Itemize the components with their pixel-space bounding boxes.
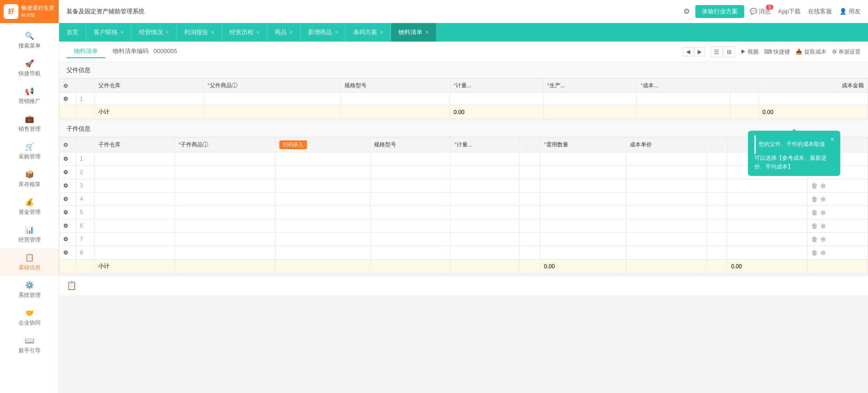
shortcut-link[interactable]: ⌨ 快捷键 (764, 48, 790, 56)
child-row-scan[interactable] (275, 179, 370, 193)
child-col-scan[interactable]: 扫码录入 (275, 138, 370, 152)
delete-icon[interactable]: 🗑 (811, 195, 818, 203)
nav-prev-button[interactable]: ◀ (683, 47, 693, 56)
delete-icon[interactable]: 🗑 (811, 209, 818, 216)
sidebar-item-库存核算[interactable]: 📦库存核算 (0, 165, 59, 193)
child-row-unit-cost[interactable] (626, 246, 706, 260)
sub-tab-material-list[interactable]: 物料清单 (66, 45, 105, 58)
child-row-unit-cost[interactable] (626, 166, 706, 179)
nav-tab-close-icon[interactable]: × (425, 29, 428, 36)
nav-tab-close-icon[interactable]: × (211, 29, 214, 36)
child-row-settings[interactable]: ⚙ (60, 246, 76, 260)
child-row-quantity[interactable] (540, 166, 626, 179)
parent-col-settings[interactable]: ⚙ (60, 79, 76, 93)
delete-icon[interactable]: 🗑 (811, 236, 818, 243)
copy-icon[interactable]: ⊕ (820, 209, 826, 216)
child-row-warehouse[interactable] (95, 193, 175, 206)
nav-tab-经营情况[interactable]: 经营情况× (132, 23, 177, 42)
child-row-scan[interactable] (275, 233, 370, 246)
child-row-measure[interactable] (451, 233, 519, 246)
child-row-spec[interactable] (370, 152, 451, 166)
grid-view-button[interactable]: ⊞ (723, 47, 735, 57)
nav-next-button[interactable]: ▶ (694, 47, 705, 56)
child-row-settings[interactable]: ⚙ (60, 166, 76, 179)
child-row-unit-cost[interactable] (626, 152, 706, 166)
child-row-spec[interactable] (370, 246, 451, 260)
child-row-measure[interactable] (451, 246, 519, 260)
nav-tab-close-icon[interactable]: × (121, 29, 124, 36)
online-service-link[interactable]: 在线客服 (808, 7, 832, 16)
nav-tab-close-icon[interactable]: × (380, 29, 383, 36)
list-view-button[interactable]: ☰ (711, 47, 723, 57)
child-row-spec[interactable] (370, 206, 451, 219)
child-row-product[interactable] (175, 152, 275, 166)
message-badge[interactable]: 💬 消息 6 (750, 7, 771, 16)
child-row-unit-cost[interactable] (626, 179, 706, 193)
sidebar-item-销售管理[interactable]: 💼销售管理 (0, 110, 59, 138)
child-row-product[interactable] (175, 206, 275, 219)
child-row-quantity[interactable] (540, 246, 626, 260)
child-row-product[interactable] (175, 166, 275, 179)
child-row-quantity[interactable] (540, 219, 626, 233)
sidebar-item-资金管理[interactable]: 💰资金管理 (0, 193, 59, 221)
child-row-measure[interactable] (451, 206, 519, 219)
child-row-product[interactable] (175, 233, 275, 246)
child-row-settings[interactable]: ⚙ (60, 219, 76, 233)
child-row-settings[interactable]: ⚙ (60, 233, 76, 246)
copy-icon[interactable]: ⊕ (820, 222, 826, 230)
child-row-spec[interactable] (370, 219, 451, 233)
child-row-product[interactable] (175, 246, 275, 260)
nav-tab-物料清单[interactable]: 物料清单× (391, 23, 436, 42)
cost-extract-link[interactable]: 📥 提取成本 (796, 48, 826, 56)
child-row-measure[interactable] (451, 193, 519, 206)
scan-button[interactable]: 扫码录入 (279, 140, 307, 149)
child-row-spec[interactable] (370, 166, 451, 179)
nav-tab-新增商品[interactable]: 新增商品× (301, 23, 346, 42)
parent-row-measure[interactable] (450, 93, 543, 105)
child-row-warehouse[interactable] (95, 152, 175, 166)
child-row-product[interactable] (175, 193, 275, 206)
child-row-scan[interactable] (275, 166, 370, 179)
nav-tab-经营历程[interactable]: 经营历程× (222, 23, 267, 42)
sidebar-item-搜索菜单[interactable]: 🔍搜索菜单 (0, 27, 59, 54)
sidebar-item-采购管理[interactable]: 🛒采购管理 (0, 138, 59, 165)
child-row-unit-cost[interactable] (626, 233, 706, 246)
parent-row-production[interactable] (543, 93, 636, 105)
sidebar-item-快捷导航[interactable]: 🚀快捷导航 (0, 54, 59, 82)
sidebar-item-基础信息[interactable]: 📋基础信息 (0, 248, 59, 276)
tooltip-close-button[interactable]: × (831, 135, 834, 144)
child-col-settings[interactable]: ⚙ (60, 138, 76, 152)
child-row-unit-cost[interactable] (626, 206, 706, 219)
child-row-measure[interactable] (451, 219, 519, 233)
child-row-product[interactable] (175, 179, 275, 193)
child-row-scan[interactable] (275, 206, 370, 219)
nav-tab-客户联络[interactable]: 客户联络× (86, 23, 132, 42)
nav-tab-首页[interactable]: 首页 (59, 23, 86, 42)
child-row-quantity[interactable] (540, 193, 626, 206)
child-row-settings[interactable]: ⚙ (60, 152, 76, 166)
child-row-scan[interactable] (275, 219, 370, 233)
nav-tab-close-icon[interactable]: × (335, 29, 338, 36)
child-row-warehouse[interactable] (95, 166, 175, 179)
child-row-spec[interactable] (370, 179, 451, 193)
copy-icon[interactable]: ⊕ (820, 236, 826, 243)
delete-icon[interactable]: 🗑 (811, 182, 818, 189)
nav-tab-close-icon[interactable]: × (289, 29, 293, 36)
child-row-spec[interactable] (370, 193, 451, 206)
trial-button[interactable]: 体验行业方案 (695, 5, 744, 18)
child-row-quantity[interactable] (540, 233, 626, 246)
copy-icon[interactable]: ⊕ (820, 249, 826, 256)
child-row-settings[interactable]: ⚙ (60, 193, 76, 206)
app-download-link[interactable]: App下载 (778, 7, 801, 16)
video-link[interactable]: ▶ 视频 (741, 48, 759, 56)
user-avatar[interactable]: 👤 用友 (839, 7, 861, 16)
child-row-quantity[interactable] (540, 206, 626, 219)
child-row-measure[interactable] (451, 166, 519, 179)
nav-tab-利润报告[interactable]: 利润报告× (177, 23, 222, 42)
child-row-scan[interactable] (275, 246, 370, 260)
copy-icon[interactable]: ⊕ (820, 182, 826, 189)
child-row-spec[interactable] (370, 233, 451, 246)
nav-tab-close-icon[interactable]: × (166, 29, 169, 36)
parent-row-spec[interactable] (341, 93, 450, 105)
child-row-warehouse[interactable] (95, 219, 175, 233)
